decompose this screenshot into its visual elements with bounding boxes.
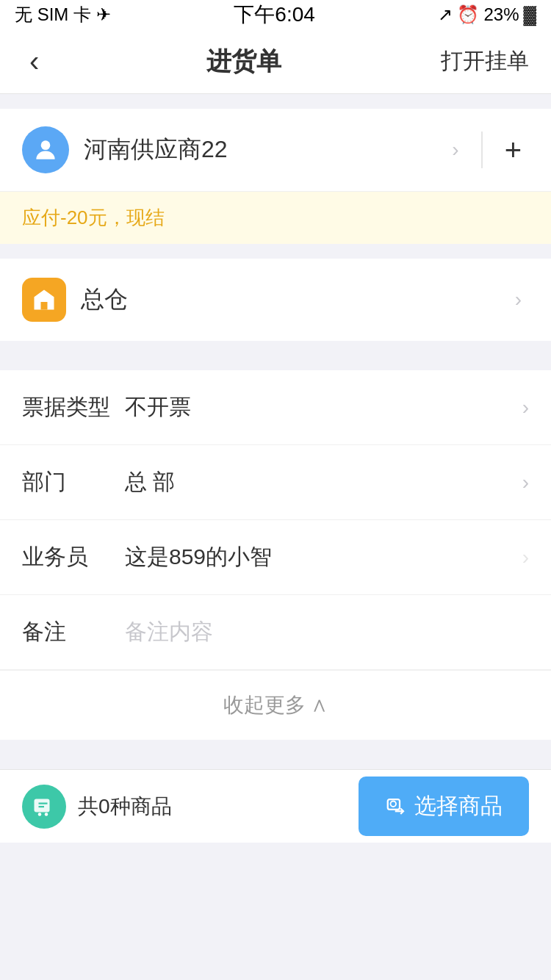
supplier-row[interactable]: 河南供应商22 › + xyxy=(0,109,551,192)
page-background xyxy=(0,843,551,980)
remark-row[interactable]: 备注 备注内容 xyxy=(0,595,551,670)
select-product-icon xyxy=(385,796,407,818)
dept-label: 部门 xyxy=(22,467,125,497)
bottom-bar: 共0种商品 选择商品 xyxy=(0,769,551,843)
collapse-label: 收起更多 ∧ xyxy=(223,693,328,716)
signal-text: 无 SIM 卡 ✈ xyxy=(15,3,111,26)
salesman-label: 业务员 xyxy=(22,542,125,572)
salesman-value: 这是859的小智 xyxy=(125,542,522,572)
warehouse-icon-wrap xyxy=(22,278,66,322)
invoice-label: 票据类型 xyxy=(22,392,125,422)
svg-point-0 xyxy=(41,140,51,150)
house-icon xyxy=(31,287,57,313)
supplier-chevron-icon: › xyxy=(452,138,458,162)
svg-point-4 xyxy=(45,813,48,816)
avatar xyxy=(22,126,69,173)
alarm-icon: ⏰ xyxy=(457,4,479,25)
nav-bar: ‹ 进货单 打开挂单 xyxy=(0,29,551,94)
top-divider xyxy=(0,94,551,109)
notice-text: 应付-20元，现结 xyxy=(22,206,165,228)
bottom-divider xyxy=(0,740,551,754)
cart-icon xyxy=(31,793,57,820)
add-supplier-button[interactable]: + xyxy=(497,134,529,167)
select-product-label: 选择商品 xyxy=(414,791,503,821)
select-product-button[interactable]: 选择商品 xyxy=(359,777,529,836)
warehouse-card[interactable]: 总仓 › xyxy=(0,259,551,341)
supplier-card: 河南供应商22 › + 应付-20元，现结 xyxy=(0,109,551,244)
svg-point-3 xyxy=(38,813,42,816)
dept-row[interactable]: 部门 总 部 › xyxy=(0,445,551,520)
remark-input[interactable]: 备注内容 xyxy=(125,617,529,647)
svg-rect-1 xyxy=(41,302,48,310)
svg-rect-2 xyxy=(35,799,50,812)
warehouse-chevron-icon: › xyxy=(515,288,522,311)
open-pending-button[interactable]: 打开挂单 xyxy=(441,46,529,76)
invoice-chevron-icon: › xyxy=(522,396,529,419)
dept-chevron-icon: › xyxy=(522,471,529,494)
remark-label: 备注 xyxy=(22,617,125,647)
dept-value: 总 部 xyxy=(125,467,522,497)
invoice-value: 不开票 xyxy=(125,392,522,422)
collapse-button[interactable]: 收起更多 ∧ xyxy=(0,670,551,740)
mid-divider1 xyxy=(0,244,551,259)
salesman-row[interactable]: 业务员 这是859的小智 › xyxy=(0,520,551,595)
warehouse-row[interactable]: 总仓 › xyxy=(0,259,551,341)
person-icon xyxy=(32,136,60,164)
notice-banner: 应付-20元，现结 xyxy=(0,192,551,244)
status-left: 无 SIM 卡 ✈ xyxy=(15,3,111,26)
supplier-divider xyxy=(481,131,483,168)
battery-text: 23% xyxy=(483,4,519,25)
page-title: 进货单 xyxy=(206,45,281,79)
supplier-name: 河南供应商22 xyxy=(84,134,452,166)
product-icon-wrap xyxy=(22,785,66,829)
battery-icon: ▓ xyxy=(524,4,537,25)
svg-point-6 xyxy=(391,801,397,807)
status-right: ↗ ⏰ 23% ▓ xyxy=(438,4,536,25)
salesman-chevron-icon: › xyxy=(522,546,529,569)
status-bar: 无 SIM 卡 ✈ 下午6:04 ↗ ⏰ 23% ▓ xyxy=(0,0,551,29)
invoice-row[interactable]: 票据类型 不开票 › xyxy=(0,370,551,445)
product-count: 共0种商品 xyxy=(78,793,359,821)
location-icon: ↗ xyxy=(438,4,453,25)
back-button[interactable]: ‹ xyxy=(22,37,46,85)
form-card: 票据类型 不开票 › 部门 总 部 › 业务员 这是859的小智 › 备注 备注… xyxy=(0,370,551,740)
warehouse-name: 总仓 xyxy=(81,284,515,316)
mid-divider2 xyxy=(0,341,551,356)
status-time: 下午6:04 xyxy=(234,1,315,29)
